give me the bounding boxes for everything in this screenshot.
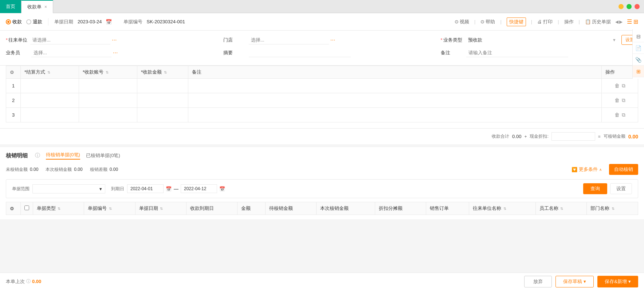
store-label: 门店: [223, 37, 245, 43]
abandon-button[interactable]: 放弃: [524, 276, 552, 287]
range-label: 单据范围: [12, 186, 30, 192]
filter-settings-button[interactable]: 设置: [610, 183, 632, 194]
tab-home[interactable]: 首页: [0, 0, 21, 13]
date-field: 单据日期 2023-03-24 📅: [54, 19, 112, 25]
range-field: 单据范围 ▾: [12, 184, 105, 193]
bt-type-sort-icon[interactable]: ⇅: [58, 207, 60, 211]
bottom-table-wrapper: ⚙ 单据类型 ⇅ 单据编号 ⇅: [6, 202, 638, 215]
row-1-remark[interactable]: [188, 79, 602, 93]
window-maximize-button[interactable]: [627, 4, 632, 9]
amount-sort-icon[interactable]: ⇅: [164, 70, 167, 74]
save-draft-label: 保存草稿: [563, 278, 582, 285]
bt-dept-sort-icon[interactable]: ⇅: [612, 207, 614, 211]
shortcut-label: 快捷键: [509, 19, 523, 25]
row-3-copy-icon[interactable]: ⧉: [622, 112, 625, 118]
row-3-account[interactable]: [79, 108, 137, 122]
data-table-wrapper: ⚙ *结算方式 ⇅ *收款账号 ⇅ *收款金额 ⇅ 备注: [0, 66, 644, 128]
video-link[interactable]: ⊙ 视频: [455, 19, 469, 25]
prev-arrow[interactable]: ◀: [615, 19, 619, 24]
done-tab[interactable]: 已核销单据(0笔): [86, 152, 120, 159]
remark-input[interactable]: [466, 48, 568, 57]
row-1-account[interactable]: [79, 79, 137, 93]
bt-counterpart-sort-icon[interactable]: ⇅: [503, 207, 506, 211]
row-1-delete-icon[interactable]: 🗑: [614, 83, 620, 89]
bt-col-pending-header: 待核销金额: [265, 202, 316, 215]
bt-col-sales-order-header: 销售订单: [426, 202, 469, 215]
discount-input[interactable]: [551, 132, 595, 141]
radio-receive[interactable]: 收款: [6, 19, 22, 25]
row-2-amount[interactable]: [137, 93, 188, 108]
settle-sort-icon[interactable]: ⇅: [47, 70, 50, 74]
calendar-from-icon[interactable]: 📅: [166, 186, 172, 192]
save-draft-button[interactable]: 保存草稿 ▾: [555, 276, 594, 287]
bt-gear-icon[interactable]: ⚙: [10, 206, 14, 211]
tab-receipt[interactable]: 收款单 ×: [21, 0, 53, 13]
list-view-icon[interactable]: ☰: [627, 18, 632, 25]
tab-close-icon[interactable]: ×: [44, 4, 47, 9]
history-link[interactable]: 📋 历史单据: [585, 19, 611, 25]
verify-info-icon[interactable]: ⓘ: [35, 152, 40, 159]
counterpart-more-icon[interactable]: ···: [110, 37, 118, 43]
row-2-delete-icon[interactable]: 🗑: [614, 97, 620, 103]
window-close-button[interactable]: [635, 4, 640, 9]
equal-sign: =: [598, 134, 601, 139]
counterpart-input[interactable]: [30, 36, 110, 44]
date-to-input[interactable]: [181, 184, 217, 193]
calendar-to-icon[interactable]: 📅: [219, 186, 225, 192]
pending-tab[interactable]: 待核销单据(0笔): [46, 152, 80, 160]
col-amount-header: *收款金额 ⇅: [137, 66, 188, 79]
date-value: 2023-03-24: [78, 19, 102, 24]
row-1-settle[interactable]: [21, 79, 79, 93]
sidebar-icon-active[interactable]: ⊞: [633, 66, 644, 77]
salesperson-input[interactable]: [31, 48, 111, 57]
salesperson-more-icon[interactable]: ···: [111, 50, 119, 56]
footer-actions: 放弃 保存草稿 ▾ 保存&新增 ▾: [524, 276, 638, 287]
footer-info-icon[interactable]: ⓘ: [26, 278, 31, 285]
query-button[interactable]: 查询: [583, 183, 607, 194]
store-input[interactable]: [249, 36, 329, 44]
store-more-icon[interactable]: ···: [329, 37, 337, 43]
summary-input[interactable]: [249, 48, 351, 57]
summary-row: 收款合计 0.00 + 现金折扣: = 可核销金额 0.00: [0, 128, 644, 144]
table-gear-icon[interactable]: ⚙: [10, 70, 14, 75]
bt-col-gear[interactable]: ⚙: [6, 202, 21, 215]
range-select[interactable]: ▾: [32, 184, 105, 193]
store-field: 门店 ···: [223, 36, 421, 44]
sidebar-icon-2[interactable]: 📄: [633, 42, 644, 54]
row-2-account[interactable]: [79, 93, 137, 108]
bt-select-all-checkbox[interactable]: [24, 205, 29, 210]
col-gear[interactable]: ⚙: [6, 66, 21, 79]
row-2-settle[interactable]: [21, 93, 79, 108]
date-from-input[interactable]: [127, 184, 164, 193]
radio-refund[interactable]: 退款: [26, 19, 42, 25]
row-3-amount[interactable]: [137, 108, 188, 122]
bt-col-checkbox[interactable]: [21, 202, 33, 215]
sidebar-icon-1[interactable]: ⊟: [633, 31, 644, 42]
calendar-icon[interactable]: 📅: [106, 19, 112, 25]
print-link[interactable]: 🖨 打印: [537, 19, 553, 25]
bt-date-sort-icon[interactable]: ⇅: [160, 207, 163, 211]
row-1-amount[interactable]: [137, 79, 188, 93]
biz-type-dropdown-icon[interactable]: ▾: [613, 37, 616, 43]
bt-employee-sort-icon[interactable]: ⇅: [560, 207, 563, 211]
bt-number-sort-icon[interactable]: ⇅: [109, 207, 112, 211]
sidebar-icon-attachment[interactable]: 📎: [633, 54, 644, 66]
operate-link[interactable]: 操作: [564, 19, 574, 25]
shortcut-link[interactable]: 快捷键: [507, 17, 526, 26]
row-3-remark[interactable]: [188, 108, 602, 122]
grid-view-icon[interactable]: ⊞: [633, 18, 638, 25]
help-link[interactable]: ⊙ 帮助: [480, 19, 495, 25]
footer-info: 本单上次 ⓘ 0.00: [6, 278, 41, 285]
save-new-button[interactable]: 保存&新增 ▾: [597, 276, 638, 287]
row-2-remark[interactable]: [188, 93, 602, 108]
more-conditions-btn[interactable]: 🔽 更多条件 ∧: [572, 166, 602, 173]
account-sort-icon[interactable]: ⇅: [106, 70, 109, 74]
row-1-copy-icon[interactable]: ⧉: [622, 83, 625, 89]
window-minimize-button[interactable]: [619, 4, 624, 9]
next-arrow[interactable]: ▶: [619, 19, 623, 24]
auto-verify-button[interactable]: 自动核销: [609, 164, 638, 175]
row-3-settle[interactable]: [21, 108, 79, 122]
row-3-delete-icon[interactable]: 🗑: [614, 112, 620, 118]
row-2-copy-icon[interactable]: ⧉: [622, 97, 625, 103]
bt-col-type-header: 单据类型 ⇅: [33, 202, 84, 215]
